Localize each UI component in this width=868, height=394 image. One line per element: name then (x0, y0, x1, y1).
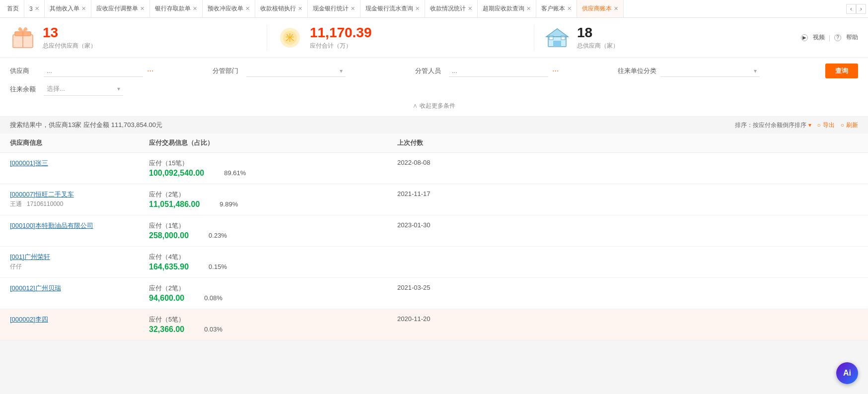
table-row: [000001]张三 应付（15笔） 100,092,540.00 89.61%… (0, 153, 868, 184)
filter-category: 往来单位分类 (618, 66, 820, 77)
person-input[interactable] (449, 65, 548, 77)
transaction-amount-2[interactable]: 11,051,486.00 (149, 200, 200, 209)
search-button[interactable]: 查询 (825, 64, 858, 78)
supplier-cell-1: [000001]张三 (10, 159, 149, 168)
transaction-pct-2: 9.89% (219, 200, 238, 208)
table-row: [001]广州荣轩 仔仔 应付（4笔） 164,635.90 0.15% (0, 247, 868, 278)
supplier-link-3[interactable]: [000100]本特勤油品有限公司 (10, 221, 149, 230)
table-row: [000007]恒旺二手叉车 王通 17106110000 应付（2笔） 11,… (0, 184, 868, 215)
supplier-link-2[interactable]: [000007]恒旺二手叉车 (10, 190, 149, 199)
nav-prev-button[interactable]: ‹ (846, 4, 856, 14)
nav-tab-customer-ledger[interactable]: 客户账本 ✕ (536, 0, 577, 18)
transaction-amount-6[interactable]: 32,366.00 (149, 325, 184, 334)
nav-tab-other-income[interactable]: 其他收入单 ✕ (45, 0, 91, 18)
supplier-link-1[interactable]: [000001]张三 (10, 159, 149, 168)
nav-tab-cash-stats[interactable]: 现金银行统计 ✕ (308, 0, 361, 18)
supplier-link-4[interactable]: [001]广州荣轩 (10, 253, 149, 262)
stat-block-total-suppliers: 18 总供应商（家） (544, 25, 801, 51)
prepay-label: 预收冲应收单 (208, 4, 243, 13)
export-action[interactable]: ○ 导出 (817, 121, 835, 130)
help-link[interactable]: 帮助 (846, 33, 858, 42)
person-search-dots[interactable]: ··· (552, 66, 559, 75)
export-icon: ○ (817, 122, 821, 129)
stat-block-payable-suppliers: 13 总应付供应商（家） (10, 25, 267, 51)
collection-close[interactable]: ✕ (298, 5, 302, 12)
tab-3-label: 3 (29, 5, 33, 12)
category-filter-label: 往来单位分类 (618, 66, 656, 75)
export-label: 导出 (823, 121, 835, 130)
bank-flow-close[interactable]: ✕ (415, 5, 420, 12)
home-label: 首页 (7, 4, 19, 13)
overdue-close[interactable]: ✕ (526, 5, 531, 12)
transaction-cell-1: 应付（15笔） 100,092,540.00 89.61% (149, 159, 397, 178)
dept-dropdown[interactable] (246, 66, 346, 77)
stat-number-total-suppliers: 18 (577, 25, 619, 41)
collapse-bar[interactable]: ∧ 收起更多条件 (10, 100, 858, 112)
balance-dropdown-text: 选择... (47, 84, 65, 93)
last-pay-cell-6: 2020-11-20 (397, 315, 858, 323)
nav-tab-overdue[interactable]: 超期应收款查询 ✕ (478, 0, 536, 18)
supplier-link-5[interactable]: [000012]广州贝瑞 (10, 284, 149, 293)
supplier-input[interactable] (44, 65, 143, 77)
filter-dept: 分管部门 (213, 66, 415, 77)
transaction-cell-2: 应付（2笔） 11,051,486.00 9.89% (149, 190, 397, 209)
cash-stats-close[interactable]: ✕ (351, 5, 355, 12)
filter-row-2: 往来余额 选择... (10, 82, 858, 96)
bank-deposit-close[interactable]: ✕ (193, 5, 197, 12)
transaction-label-1: 应付（15笔） (149, 159, 397, 168)
adjustment-close[interactable]: ✕ (140, 5, 145, 12)
stats-bar: 13 总应付供应商（家） 米 11,170.39 应付合计（万） (0, 18, 868, 58)
nav-tab-3[interactable]: 3 ✕ (24, 0, 45, 18)
last-pay-cell-1: 2022-08-08 (397, 159, 858, 166)
nav-tab-collection[interactable]: 收款核销执行 ✕ (255, 0, 308, 18)
filter-area: 供应商 ··· 分管部门 分管人员 ··· 往来单位分类 查询 (0, 58, 868, 117)
tab-3-close[interactable]: ✕ (35, 5, 39, 12)
refresh-label: 刷新 (846, 121, 858, 130)
transaction-pct-1: 89.61% (224, 169, 246, 177)
supplier-cell-4: [001]广州荣轩 仔仔 (10, 253, 149, 271)
nav-next-button[interactable]: › (856, 4, 866, 14)
nav-tab-home[interactable]: 首页 (2, 0, 24, 18)
last-pay-date-6: 2020-11-20 (397, 315, 858, 323)
transaction-amount-3[interactable]: 258,000.00 (149, 231, 189, 240)
supplier-ledger-label: 供应商账本 (582, 4, 612, 13)
transaction-amount-1[interactable]: 100,092,540.00 (149, 169, 204, 178)
refresh-action[interactable]: ○ 刷新 (841, 121, 858, 130)
other-income-close[interactable]: ✕ (81, 5, 86, 12)
help-icon: ? (834, 34, 841, 41)
transaction-cell-3: 应付（1笔） 258,000.00 0.23% (149, 221, 397, 240)
filter-person: 分管人员 ··· (415, 65, 618, 77)
nav-tab-supplier-ledger[interactable]: 供应商账本 ✕ (577, 0, 624, 18)
transaction-pct-6: 0.03% (204, 326, 222, 333)
stat-label-payable-suppliers: 总应付供应商（家） (43, 42, 96, 50)
svg-text:米: 米 (286, 33, 294, 43)
last-pay-cell-5: 2021-03-25 (397, 284, 858, 291)
transaction-label-2: 应付（2笔） (149, 190, 397, 199)
transaction-amount-5[interactable]: 94,600.00 (149, 294, 184, 303)
category-dropdown[interactable] (660, 66, 760, 77)
supplier-ledger-close[interactable]: ✕ (614, 5, 618, 12)
stat-label-total-suppliers: 总供应商（家） (577, 42, 619, 50)
nav-tab-adjustment[interactable]: 应收应付调整单 ✕ (91, 0, 150, 18)
video-link[interactable]: 视频 (813, 33, 825, 42)
last-pay-cell-2: 2021-11-17 (397, 190, 858, 197)
nav-tab-collect-stats[interactable]: 收款情况统计 ✕ (425, 0, 478, 18)
supplier-cell-5: [000012]广州贝瑞 (10, 284, 149, 293)
nav-tab-prepay[interactable]: 预收冲应收单 ✕ (203, 0, 255, 18)
collect-stats-close[interactable]: ✕ (468, 5, 472, 12)
balance-dropdown[interactable]: 选择... (44, 82, 123, 96)
prepay-close[interactable]: ✕ (245, 5, 250, 12)
sort-label[interactable]: 排序：按应付余额倒序排序 ▾ (735, 121, 811, 130)
filter-balance: 往来余额 选择... (10, 82, 858, 96)
results-right: 排序：按应付余额倒序排序 ▾ ○ 导出 ○ 刷新 (735, 121, 858, 130)
transaction-amount-4[interactable]: 164,635.90 (149, 263, 189, 271)
customer-ledger-close[interactable]: ✕ (567, 5, 572, 12)
supplier-search-dots[interactable]: ··· (147, 66, 153, 75)
nav-tab-bank-flow[interactable]: 现金银行流水查询 ✕ (361, 0, 425, 18)
supplier-link-6[interactable]: [000002]李四 (10, 315, 149, 324)
nav-tab-bank-deposit[interactable]: 银行存取款单 ✕ (150, 0, 203, 18)
person-filter-label: 分管人员 (415, 66, 445, 75)
transaction-cell-4: 应付（4笔） 164,635.90 0.15% (149, 253, 397, 271)
svg-rect-10 (561, 36, 565, 40)
main-table: 供应商信息 应付交易信息（占比） 上次付数 [000001]张三 应付（15笔）… (0, 133, 868, 340)
